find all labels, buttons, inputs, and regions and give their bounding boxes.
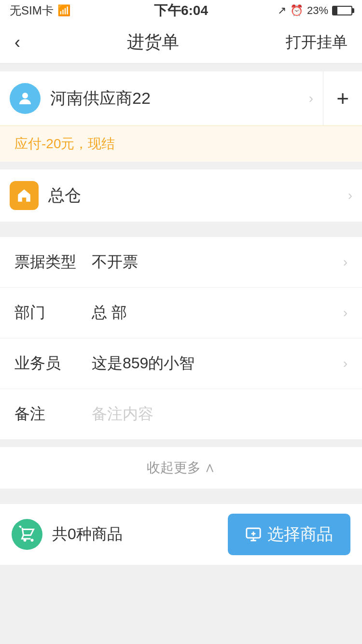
divider-2	[0, 222, 362, 229]
location-icon: ↗	[278, 4, 286, 17]
chevron-right-icon: ›	[309, 91, 313, 106]
select-product-button[interactable]: 选择商品	[228, 514, 350, 555]
supplier-avatar	[10, 83, 41, 114]
status-time: 下午6:04	[154, 1, 208, 20]
form-section: 票据类型 不开票 › 部门 总 部 › 业务员 这是859的小智 › 备注 备注…	[0, 237, 362, 439]
chevron-right-icon: ›	[343, 305, 348, 321]
chevron-right-icon: ›	[348, 188, 352, 203]
status-carrier: 无SIM卡 📶	[10, 3, 70, 18]
remark-row[interactable]: 备注 备注内容	[0, 389, 362, 439]
product-count: 共0种商品	[52, 524, 218, 545]
nav-bar: ‹ 进货单 打开挂单	[0, 21, 362, 64]
alarm-icon: ⏰	[290, 4, 303, 17]
carrier-text: 无SIM卡	[10, 3, 54, 18]
supplier-selector[interactable]: 河南供应商22 ›	[0, 71, 323, 126]
invoice-value: 不开票	[92, 252, 338, 273]
salesperson-row[interactable]: 业务员 这是859的小智 ›	[0, 338, 362, 389]
shopping-cart-icon	[18, 526, 36, 543]
warehouse-name: 总仓	[48, 184, 343, 207]
invoice-row[interactable]: 票据类型 不开票 ›	[0, 237, 362, 288]
back-button[interactable]: ‹	[14, 32, 20, 53]
status-right: ↗ ⏰ 23%	[278, 4, 352, 17]
house-icon	[16, 187, 32, 204]
supplier-section: 河南供应商22 › +	[0, 71, 362, 126]
battery-fill	[333, 7, 337, 14]
remark-label: 备注	[14, 404, 82, 425]
divider-1	[0, 162, 362, 169]
add-supplier-button[interactable]: +	[323, 71, 362, 126]
invoice-label: 票据类型	[14, 252, 82, 273]
svg-point-0	[22, 93, 28, 98]
product-bar: 共0种商品 选择商品	[0, 504, 362, 565]
supplier-name: 河南供应商22	[50, 87, 304, 110]
open-pending-button[interactable]: 打开挂单	[286, 32, 348, 53]
wifi-icon: 📶	[57, 4, 70, 17]
content-area: 河南供应商22 › + 应付-20元，现结 总仓 › 票据类型 不开票 › 部门…	[0, 71, 362, 644]
department-value: 总 部	[92, 302, 338, 323]
department-label: 部门	[14, 302, 82, 323]
notice-bar: 应付-20元，现结	[0, 126, 362, 162]
salesperson-label: 业务员	[14, 353, 82, 374]
warehouse-icon	[10, 181, 39, 210]
person-icon	[16, 90, 34, 107]
remark-input[interactable]: 备注内容	[92, 404, 348, 425]
chevron-right-icon: ›	[343, 254, 348, 270]
select-product-label: 选择商品	[267, 523, 333, 546]
salesperson-value: 这是859的小智	[92, 353, 338, 374]
add-cart-icon	[245, 526, 262, 543]
chevron-right-icon: ›	[343, 356, 348, 371]
page-title: 进货单	[127, 30, 179, 54]
collapse-button[interactable]: 收起更多 ∧	[0, 447, 362, 489]
warehouse-selector[interactable]: 总仓 ›	[0, 169, 362, 222]
page-background	[0, 565, 362, 644]
battery-bar	[332, 6, 352, 15]
battery-text: 23%	[307, 4, 328, 17]
collapse-label: 收起更多 ∧	[147, 459, 216, 477]
status-bar: 无SIM卡 📶 下午6:04 ↗ ⏰ 23%	[0, 0, 362, 21]
divider-3	[0, 489, 362, 496]
cart-icon-circle	[12, 519, 42, 550]
department-row[interactable]: 部门 总 部 ›	[0, 288, 362, 338]
